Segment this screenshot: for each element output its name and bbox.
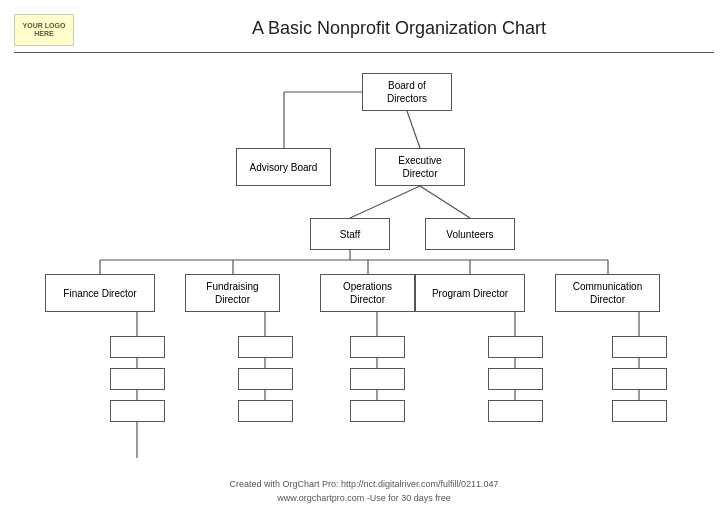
operations-sub-2 xyxy=(350,368,405,390)
fundraising-label: Fundraising Director xyxy=(206,280,258,306)
volunteers-box: Volunteers xyxy=(425,218,515,250)
fundraising-sub-3 xyxy=(238,400,293,422)
advisory-board-box: Advisory Board xyxy=(236,148,331,186)
program-sub-3 xyxy=(488,400,543,422)
footer-line-2: www.orgchartpro.com -Use for 30 days fre… xyxy=(0,492,728,506)
operations-director-box: Operations Director xyxy=(320,274,415,312)
executive-director-box: Executive Director xyxy=(375,148,465,186)
board-of-directors-box: Board of Directors xyxy=(362,73,452,111)
fundraising-sub-1 xyxy=(238,336,293,358)
staff-box: Staff xyxy=(310,218,390,250)
finance-director-box: Finance Director xyxy=(45,274,155,312)
svg-line-0 xyxy=(407,111,420,148)
org-chart-page: YOUR LOGO HERE A Basic Nonprofit Organiz… xyxy=(0,0,728,515)
footer-line-1: Created with OrgChart Pro: http://nct.di… xyxy=(0,478,728,492)
footer: Created with OrgChart Pro: http://nct.di… xyxy=(0,478,728,505)
communication-sub-1 xyxy=(612,336,667,358)
fundraising-sub-2 xyxy=(238,368,293,390)
logo-box: YOUR LOGO HERE xyxy=(14,14,74,46)
communication-sub-2 xyxy=(612,368,667,390)
operations-sub-1 xyxy=(350,336,405,358)
communication-sub-3 xyxy=(612,400,667,422)
finance-sub-1 xyxy=(110,336,165,358)
finance-sub-2 xyxy=(110,368,165,390)
logo-text: YOUR LOGO HERE xyxy=(23,22,66,39)
svg-line-3 xyxy=(350,186,420,218)
fundraising-director-box: Fundraising Director xyxy=(185,274,280,312)
executive-label: Executive Director xyxy=(398,154,441,180)
svg-line-4 xyxy=(420,186,470,218)
advisory-label: Advisory Board xyxy=(250,161,318,174)
program-label: Program Director xyxy=(432,287,508,300)
communication-label: Communication Director xyxy=(573,280,642,306)
program-sub-1 xyxy=(488,336,543,358)
staff-label: Staff xyxy=(340,228,360,241)
program-sub-2 xyxy=(488,368,543,390)
volunteers-label: Volunteers xyxy=(446,228,493,241)
board-label: Board of Directors xyxy=(387,79,427,105)
program-director-box: Program Director xyxy=(415,274,525,312)
communication-director-box: Communication Director xyxy=(555,274,660,312)
title-divider xyxy=(14,52,714,53)
operations-label: Operations Director xyxy=(343,280,392,306)
page-title: A Basic Nonprofit Organization Chart xyxy=(80,18,718,39)
operations-sub-3 xyxy=(350,400,405,422)
finance-sub-3 xyxy=(110,400,165,422)
finance-label: Finance Director xyxy=(63,287,136,300)
